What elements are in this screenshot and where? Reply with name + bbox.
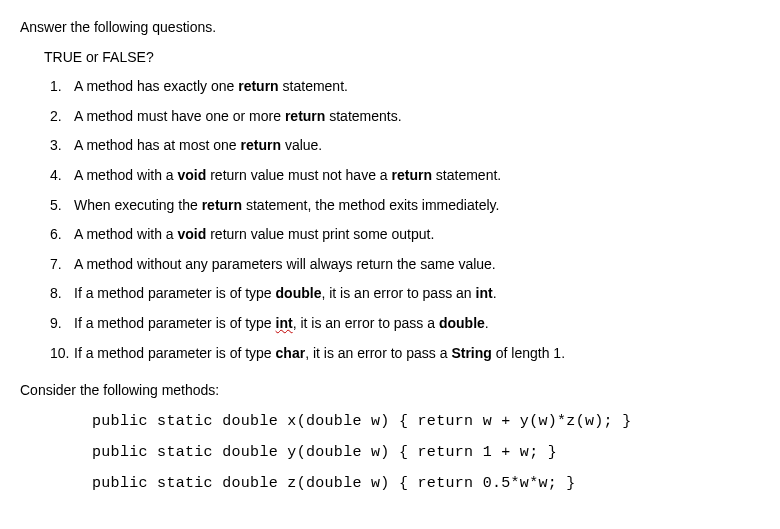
questions-list: 1.A method has exactly one return statem… bbox=[50, 77, 760, 363]
question-text: A method with a void return value must n… bbox=[74, 166, 760, 186]
consider-text: Consider the following methods: bbox=[20, 381, 760, 401]
question-text: When executing the return statement, the… bbox=[74, 196, 760, 216]
subprompt-text: TRUE or FALSE? bbox=[44, 48, 760, 68]
text-run: When executing the bbox=[74, 197, 202, 213]
bold-text: return bbox=[241, 137, 281, 153]
bold-text: return bbox=[202, 197, 242, 213]
question-number: 1. bbox=[50, 77, 74, 97]
text-run: A method has at most one bbox=[74, 137, 241, 153]
text-run: If a method parameter is of type bbox=[74, 285, 276, 301]
question-item: 6.A method with a void return value must… bbox=[50, 225, 760, 245]
bold-text: char bbox=[276, 345, 306, 361]
question-text: If a method parameter is of type int, it… bbox=[74, 314, 760, 334]
text-run: , it is an error to pass a bbox=[305, 345, 451, 361]
question-number: 6. bbox=[50, 225, 74, 245]
question-item: 9.If a method parameter is of type int, … bbox=[50, 314, 760, 334]
text-run: statement. bbox=[432, 167, 501, 183]
bold-text: double bbox=[276, 285, 322, 301]
code-line: public static double z(double w) { retur… bbox=[92, 473, 760, 494]
question-text: If a method parameter is of type char, i… bbox=[74, 344, 760, 364]
question-text: A method with a void return value must p… bbox=[74, 225, 760, 245]
bold-text: void bbox=[178, 167, 207, 183]
text-run: return value must print some output. bbox=[206, 226, 434, 242]
text-run: If a method parameter is of type bbox=[74, 315, 276, 331]
question-item: 2.A method must have one or more return … bbox=[50, 107, 760, 127]
prompt-text: Answer the following questions. bbox=[20, 18, 760, 38]
bold-text: double bbox=[439, 315, 485, 331]
question-item: 8.If a method parameter is of type doubl… bbox=[50, 284, 760, 304]
text-run: A method with a bbox=[74, 226, 178, 242]
bold-text: void bbox=[178, 226, 207, 242]
question-number: 7. bbox=[50, 255, 74, 275]
code-block: public static double x(double w) { retur… bbox=[92, 411, 760, 494]
bold-text: return bbox=[392, 167, 432, 183]
text-run: of length 1. bbox=[492, 345, 565, 361]
text-run: statement. bbox=[279, 78, 348, 94]
bold-text: return bbox=[238, 78, 278, 94]
text-run: return value must not have a bbox=[206, 167, 391, 183]
text-run: A method must have one or more bbox=[74, 108, 285, 124]
question-text: A method has exactly one return statemen… bbox=[74, 77, 760, 97]
question-number: 4. bbox=[50, 166, 74, 186]
question-number: 8. bbox=[50, 284, 74, 304]
question-text: A method without any parameters will alw… bbox=[74, 255, 760, 275]
text-run: A method with a bbox=[74, 167, 178, 183]
text-run: . bbox=[485, 315, 489, 331]
text-run: If a method parameter is of type bbox=[74, 345, 276, 361]
question-item: 5.When executing the return statement, t… bbox=[50, 196, 760, 216]
text-run: statement, the method exits immediately. bbox=[242, 197, 499, 213]
text-run: value. bbox=[281, 137, 322, 153]
bold-text: return bbox=[285, 108, 325, 124]
text-run: A method without any parameters will alw… bbox=[74, 256, 496, 272]
question-number: 3. bbox=[50, 136, 74, 156]
bold-text: int bbox=[476, 285, 493, 301]
question-item: 4.A method with a void return value must… bbox=[50, 166, 760, 186]
spellcheck-underline: int bbox=[276, 315, 293, 331]
question-number: 10. bbox=[50, 344, 74, 364]
question-item: 1.A method has exactly one return statem… bbox=[50, 77, 760, 97]
question-number: 9. bbox=[50, 314, 74, 334]
question-item: 10.If a method parameter is of type char… bbox=[50, 344, 760, 364]
question-number: 5. bbox=[50, 196, 74, 216]
question-text: A method has at most one return value. bbox=[74, 136, 760, 156]
bold-text: String bbox=[451, 345, 491, 361]
text-run: , it is an error to pass an bbox=[321, 285, 475, 301]
question-text: If a method parameter is of type double,… bbox=[74, 284, 760, 304]
question-item: 3.A method has at most one return value. bbox=[50, 136, 760, 156]
text-run: A method has exactly one bbox=[74, 78, 238, 94]
text-run: . bbox=[493, 285, 497, 301]
question-item: 7.A method without any parameters will a… bbox=[50, 255, 760, 275]
text-run: , it is an error to pass a bbox=[293, 315, 439, 331]
code-line: public static double y(double w) { retur… bbox=[92, 442, 760, 463]
question-text: A method must have one or more return st… bbox=[74, 107, 760, 127]
question-number: 2. bbox=[50, 107, 74, 127]
code-line: public static double x(double w) { retur… bbox=[92, 411, 760, 432]
text-run: statements. bbox=[325, 108, 401, 124]
